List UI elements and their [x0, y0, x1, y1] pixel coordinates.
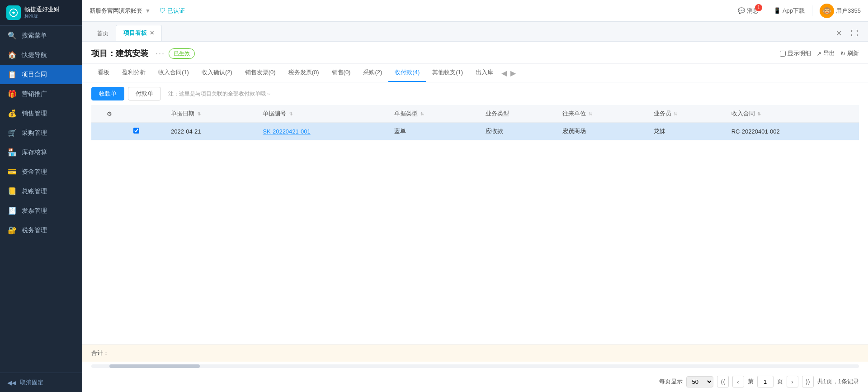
- maximize-btn[interactable]: ⛶: [848, 29, 861, 38]
- message-btn[interactable]: 💬 消息 1: [738, 7, 759, 15]
- sidebar-footer[interactable]: ◀◀ 取消固定: [0, 373, 82, 392]
- marketing-icon: 🎁: [7, 90, 17, 98]
- nav-arrow-right[interactable]: ▶: [509, 69, 518, 77]
- sub-tab-note: 注：这里是与项目关联的全部收付款单哦～: [168, 90, 271, 98]
- tab-home-label: 首页: [97, 29, 108, 38]
- nav-tab-collect-pay[interactable]: 收付款(4): [388, 64, 426, 82]
- row-checkbox[interactable]: [133, 128, 139, 134]
- th-code[interactable]: 单据编号 ⇅: [257, 105, 389, 123]
- page-body: 项目：建筑安装 ··· 已生效 显示明细 ↗ 导出 ↻ 刷新: [82, 42, 868, 392]
- invoice-icon: 🧾: [7, 206, 17, 215]
- show-detail-label: 显示明细: [788, 49, 811, 57]
- per-page-select[interactable]: 50 100 200: [686, 376, 713, 387]
- workspace-name: 新服务官网演示账套: [90, 7, 142, 15]
- sidebar-item-sales[interactable]: 💰销售管理: [0, 104, 82, 123]
- sidebar-item-quick-nav[interactable]: 🏠快捷导航: [0, 45, 82, 65]
- tab-home[interactable]: 首页: [90, 26, 116, 41]
- user-label: 用户3355: [836, 7, 861, 15]
- sidebar-item-tax[interactable]: 🔐税务管理: [0, 220, 82, 240]
- nav-tab-income-confirm[interactable]: 收入确认(2): [195, 64, 239, 82]
- row-code-link[interactable]: SK-20220421-001: [263, 128, 311, 135]
- topbar-right: 💬 消息 1 📱 App下载 🐵 用户3355: [738, 4, 861, 18]
- sort-code-icon: ⇅: [289, 111, 292, 116]
- data-table: ⚙ 单据日期 ⇅ 单据编号 ⇅ 单据类型 ⇅ 业务类型 往来单位 ⇅ 业务员 ⇅…: [91, 105, 859, 140]
- first-page-btn[interactable]: ⟨⟨: [717, 376, 729, 387]
- th-type[interactable]: 单据类型 ⇅: [389, 105, 480, 123]
- last-page-btn[interactable]: ⟩⟩: [802, 376, 814, 387]
- app-download-btn[interactable]: 📱 App下载: [774, 7, 805, 15]
- row-type: 蓝单: [389, 123, 480, 140]
- sidebar-item-fund[interactable]: 💳资金管理: [0, 162, 82, 182]
- more-options-btn[interactable]: ···: [156, 49, 165, 58]
- sub-tabs: 收款单 付款单 注：这里是与项目关联的全部收付款单哦～: [82, 82, 868, 105]
- sidebar-item-search[interactable]: 🔍搜索菜单: [0, 26, 82, 45]
- table-body: 2022-04-21 SK-20220421-001 蓝单 应收款 宏茂商场 龙…: [91, 123, 859, 140]
- page-input[interactable]: [757, 376, 774, 387]
- th-counterpart[interactable]: 往来单位 ⇅: [557, 105, 648, 123]
- row-code[interactable]: SK-20220421-001: [257, 123, 389, 140]
- close-window-btn[interactable]: ✕: [833, 28, 844, 38]
- nav-tab-sales[interactable]: 销售(0): [326, 64, 357, 82]
- nav-tab-tax-invoice[interactable]: 税务发票(0): [282, 64, 326, 82]
- table-row[interactable]: 2022-04-21 SK-20220421-001 蓝单 应收款 宏茂商场 龙…: [91, 123, 859, 140]
- inventory-icon: 🏪: [7, 148, 17, 157]
- th-gear[interactable]: ⚙: [91, 105, 128, 123]
- th-salesman[interactable]: 业务员 ⇅: [648, 105, 726, 123]
- page-header-actions: ··· 已生效: [156, 48, 195, 59]
- show-detail-checkbox[interactable]: 显示明细: [780, 49, 811, 57]
- purchase-icon: 🛒: [7, 129, 17, 137]
- nav-tab-profit[interactable]: 盈利分析: [116, 64, 152, 82]
- nav-tab-in-out[interactable]: 出入库: [469, 64, 500, 82]
- sidebar-item-ledger[interactable]: 📒总账管理: [0, 182, 82, 201]
- tabbar: 首页 项目看板 ✕ ✕ ⛶: [82, 22, 868, 42]
- export-btn[interactable]: ↗ 导出: [816, 49, 835, 57]
- tab-close-icon[interactable]: ✕: [150, 30, 154, 36]
- sort-contract-icon: ⇅: [757, 111, 761, 116]
- sidebar-footer-label: 取消固定: [20, 378, 43, 387]
- page-title: 项目：建筑安装: [91, 48, 148, 59]
- workspace-arrow-icon[interactable]: ▼: [145, 8, 151, 14]
- sidebar-item-marketing[interactable]: 🎁营销推广: [0, 84, 82, 104]
- row-income-contract: RC-20220401-002: [726, 123, 859, 140]
- ledger-icon: 📒: [7, 187, 17, 196]
- sidebar: 畅捷通好业财 标准版 🔍搜索菜单🏠快捷导航📋项目合同🎁营销推广💰销售管理🛒采购管…: [0, 0, 82, 392]
- nav-arrow-left[interactable]: ◀: [500, 69, 509, 77]
- sub-tab-receipt[interactable]: 收款单: [91, 87, 124, 100]
- sidebar-item-purchase[interactable]: 🛒采购管理: [0, 123, 82, 143]
- nav-tabs: 看板 盈利分析 收入合同(1) 收入确认(2) 销售发票(0) 税务发票(0) …: [82, 64, 868, 82]
- th-income-contract[interactable]: 收入合同 ⇅: [726, 105, 859, 123]
- topbar: 新服务官网演示账套 ▼ 🛡 已认证 💬 消息 1 📱 App下载 🐵: [82, 0, 868, 22]
- app-logo: [6, 5, 21, 20]
- nav-tab-sales-invoice[interactable]: 销售发票(0): [239, 64, 282, 82]
- fund-icon: 💳: [7, 167, 17, 176]
- sidebar-header: 畅捷通好业财 标准版: [0, 0, 82, 26]
- sidebar-item-inventory[interactable]: 🏪库存核算: [0, 143, 82, 162]
- page-header: 项目：建筑安装 ··· 已生效 显示明细 ↗ 导出 ↻ 刷新: [82, 42, 868, 64]
- quick-nav-icon: 🏠: [7, 51, 17, 59]
- message-icon: 💬: [738, 7, 745, 14]
- show-detail-input[interactable]: [780, 51, 786, 57]
- nav-tab-purchase[interactable]: 采购(2): [357, 64, 388, 82]
- user-btn[interactable]: 🐵 用户3355: [820, 4, 861, 18]
- sidebar-item-project-contract[interactable]: 📋项目合同: [0, 65, 82, 84]
- row-counterpart: 宏茂商场: [557, 123, 648, 140]
- prev-page-btn[interactable]: ‹: [732, 376, 744, 387]
- scrollbar-thumb[interactable]: [109, 364, 200, 368]
- th-date[interactable]: 单据日期 ⇅: [165, 105, 257, 123]
- nav-tab-income-contract[interactable]: 收入合同(1): [152, 64, 195, 82]
- next-page-btn[interactable]: ›: [787, 376, 798, 387]
- main-area: 新服务官网演示账套 ▼ 🛡 已认证 💬 消息 1 📱 App下载 🐵: [82, 0, 868, 392]
- fake-scrollbar: [91, 364, 859, 368]
- table-header-row: ⚙ 单据日期 ⇅ 单据编号 ⇅ 单据类型 ⇅ 业务类型 往来单位 ⇅ 业务员 ⇅…: [91, 105, 859, 123]
- certified-badge: 🛡 已认证: [160, 7, 185, 15]
- total-info: 共1页，1条记录: [817, 378, 859, 386]
- shield-icon: 🛡: [160, 7, 165, 14]
- sidebar-item-invoice[interactable]: 🧾发票管理: [0, 201, 82, 220]
- nav-tab-kanban[interactable]: 看板: [91, 64, 116, 82]
- nav-tab-other-expense[interactable]: 其他收支(1): [426, 64, 469, 82]
- refresh-btn[interactable]: ↻ 刷新: [840, 49, 859, 57]
- sort-counterpart-icon: ⇅: [589, 111, 592, 116]
- sub-tab-payment[interactable]: 付款单: [128, 87, 161, 100]
- page-header-right: 显示明细 ↗ 导出 ↻ 刷新: [780, 49, 859, 57]
- tab-project-board[interactable]: 项目看板 ✕: [116, 25, 162, 41]
